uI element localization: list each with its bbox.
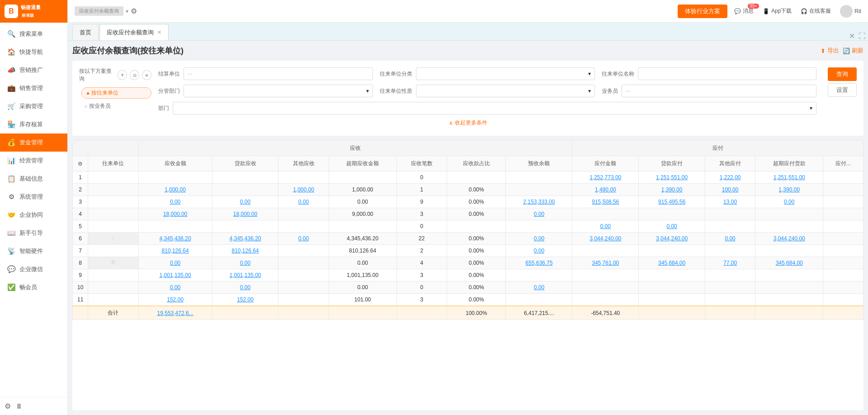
sidebar-item-weixin[interactable]: 💬 企业微信	[0, 260, 67, 278]
salesperson-input[interactable]: ···	[622, 85, 816, 97]
row-ap-loan[interactable]: 1,390.00	[639, 184, 705, 196]
row-ar-prepay[interactable]: 0.00	[506, 281, 572, 294]
row-ap-overdue[interactable]: 3,044,240.00	[755, 233, 823, 245]
row-ap-overdue[interactable]: 1,251,551.00	[755, 172, 823, 184]
row-ar-amount[interactable]: 810,126.64	[138, 245, 212, 257]
row-ar-amount[interactable]: 1,001,135.00	[138, 269, 212, 281]
row-ap-amount[interactable]: 0.00	[572, 220, 639, 233]
row-ap-overdue[interactable]: 1,390.00	[755, 184, 823, 196]
row-ar-prepay[interactable]: 0.00	[506, 233, 572, 245]
row-ap-other[interactable]: 0.00	[705, 233, 755, 245]
breadcrumb-dropdown-icon[interactable]: ▾	[126, 8, 128, 14]
export-button[interactable]: ⬆ 导出	[821, 47, 839, 55]
row-ar-loan[interactable]: 4,345,436.20	[212, 233, 278, 245]
tab-ar-ap[interactable]: 应收应付余额查询 ✕	[99, 24, 169, 40]
row-ar-prepay[interactable]: 2,153,333.00	[506, 196, 572, 208]
row-ap-overdue[interactable]: 345,684.00	[755, 257, 823, 269]
row-ap-other[interactable]: 77.00	[705, 257, 755, 269]
row-partner	[88, 220, 138, 233]
sidebar-item-system[interactable]: ⚙ 系统管理	[0, 188, 67, 206]
sidebar-item-marketing[interactable]: 📣 营销推广	[0, 61, 67, 79]
row-ar-prepay[interactable]: 0.00	[506, 245, 572, 257]
row-ap-other[interactable]: 100.00	[705, 184, 755, 196]
row-ap-other[interactable]: 1,222.00	[705, 172, 755, 184]
sidebar-item-coop[interactable]: 🤝 企业协同	[0, 206, 67, 224]
sidebar-item-member[interactable]: ✅ 畅会员	[0, 278, 67, 296]
row-ap-amount[interactable]: 3,044,240.00	[572, 233, 639, 245]
dept-select[interactable]: ▾	[184, 85, 373, 97]
row-ar-loan[interactable]: 0.00	[212, 196, 278, 208]
row-ap-loan[interactable]: 3,044,240.00	[639, 233, 705, 245]
partner-category-select[interactable]: ▾	[416, 67, 594, 80]
row-ar-other[interactable]: 1,000.00	[278, 184, 329, 196]
settlement-unit-input[interactable]: ···	[184, 67, 373, 80]
row-ar-amount[interactable]: 0.00	[138, 196, 212, 208]
add-scheme-button[interactable]: +	[118, 70, 127, 80]
sidebar-item-hardware[interactable]: 📡 智能硬件	[0, 242, 67, 260]
row-ar-amount[interactable]: 1,000.00	[138, 184, 212, 196]
refresh-button[interactable]: 🔄 刷新	[843, 47, 863, 55]
row-ar-amount[interactable]: 0.00	[138, 257, 212, 269]
collapse-scheme-button[interactable]: «	[142, 70, 151, 80]
sidebar-item-purchase[interactable]: 🛒 采购管理	[0, 97, 67, 115]
row-ar-loan[interactable]: 810,126.64	[212, 245, 278, 257]
message-action[interactable]: 💬 消息 99+	[734, 7, 754, 15]
partner-nature-select[interactable]: ▾	[416, 85, 594, 97]
row-ar-other[interactable]: 0.00	[278, 233, 329, 245]
gh-partner	[73, 141, 139, 156]
sidebar-item-sales[interactable]: 💼 销售管理	[0, 79, 67, 97]
footer-collapse-icon[interactable]: ⏸	[15, 402, 23, 410]
row-ar-loan[interactable]: 0.00	[212, 257, 278, 269]
tab-close-icon[interactable]: ✕	[157, 29, 161, 35]
settings-button[interactable]: 设置	[828, 83, 857, 97]
row-ar-amount[interactable]: 18,000.00	[138, 208, 212, 220]
service-action[interactable]: 🎧 在线客服	[801, 7, 831, 15]
tab-home[interactable]: 首页	[72, 24, 99, 40]
sidebar-item-guide[interactable]: 📖 新手引导	[0, 224, 67, 242]
row-ap-loan[interactable]: 345,684.00	[639, 257, 705, 269]
header-gear-icon[interactable]: ⚙	[131, 7, 137, 15]
row-ap-amount[interactable]: 915,508.56	[572, 196, 639, 208]
table-row: 500.000.00	[73, 220, 863, 233]
scheme-by-unit[interactable]: ● 按往来单位	[81, 87, 151, 99]
row-ap-overdue	[755, 245, 823, 257]
row-ap-other[interactable]: 13.00	[705, 196, 755, 208]
row-ar-prepay[interactable]: 0.00	[506, 208, 572, 220]
row-ar-other[interactable]: 0.00	[278, 196, 329, 208]
row-ar-amount[interactable]: 0.00	[138, 281, 212, 294]
row-ap-amount[interactable]: 1,252,773.00	[572, 172, 639, 184]
row-ar-prepay[interactable]: 655,636.75	[506, 257, 572, 269]
sidebar-item-finance[interactable]: 💰 资金管理	[0, 134, 67, 152]
app-download-action[interactable]: 📱 App下载	[763, 7, 792, 15]
settings-scheme-button[interactable]: ⊙	[130, 70, 139, 80]
footer-settings-icon[interactable]: ⚙	[5, 402, 11, 410]
scheme-by-staff[interactable]: ○ 按业务员	[81, 101, 151, 111]
row-ar-loan[interactable]: 0.00	[212, 281, 278, 294]
row-ar-loan[interactable]: 1,001,135.00	[212, 269, 278, 281]
row-ar-loan[interactable]: 152.00	[212, 294, 278, 306]
window-expand-icon[interactable]: ⛶	[859, 32, 866, 40]
row-ar-loan[interactable]: 18,000.00	[212, 208, 278, 220]
row-ar-amount[interactable]: 4,345,436.20	[138, 233, 212, 245]
row-ap-loan[interactable]: 1,251,551.00	[639, 172, 705, 184]
user-area[interactable]: Rit	[840, 5, 861, 18]
sidebar-item-quicknav[interactable]: 🏠 快捷导航	[0, 43, 67, 61]
sidebar-item-inventory[interactable]: 🏪 库存核算	[0, 115, 67, 134]
window-close-icon[interactable]: ✕	[849, 32, 855, 40]
sidebar-item-base[interactable]: 📋 基础信息	[0, 170, 67, 188]
row-ap-loan[interactable]: 915,495.56	[639, 196, 705, 208]
sidebar-item-search[interactable]: 🔍 搜索菜单	[0, 25, 67, 43]
collapse-button[interactable]: ∧ 收起更多条件	[447, 117, 490, 129]
partner-name-input[interactable]	[638, 67, 816, 80]
row-ap-amount[interactable]: 1,490.00	[572, 184, 639, 196]
query-button[interactable]: 查询	[828, 67, 857, 81]
row-ap-overdue[interactable]: 0.00	[755, 196, 823, 208]
row-ap-amount[interactable]: 345,761.00	[572, 257, 639, 269]
row-ar-amount[interactable]: 152.00	[138, 294, 212, 306]
promo-button[interactable]: 体验行业方案	[678, 5, 727, 18]
department-select[interactable]: ▾	[173, 102, 816, 114]
row-ap-loan[interactable]: 0.00	[639, 220, 705, 233]
th-gear[interactable]: ⚙	[73, 156, 88, 172]
sidebar-item-operations[interactable]: 📊 经营管理	[0, 152, 67, 170]
page-title: 应收应付余额查询(按往来单位)	[72, 45, 184, 56]
